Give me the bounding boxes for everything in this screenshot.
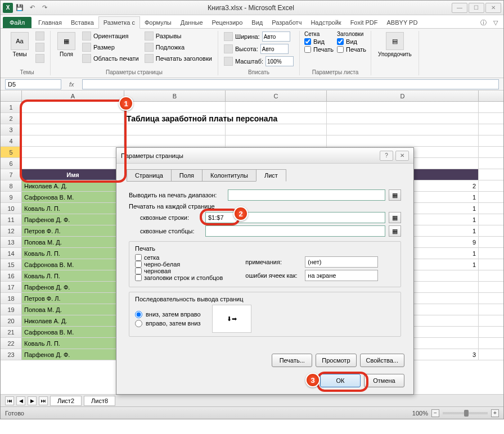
tab-abbyy[interactable]: ABBYY PD bbox=[382, 17, 422, 28]
formula-input[interactable] bbox=[82, 79, 499, 89]
minimize-button[interactable]: — bbox=[452, 3, 467, 13]
cell[interactable] bbox=[22, 158, 124, 169]
tab-page-layout[interactable]: Разметка с bbox=[98, 16, 140, 29]
cell[interactable]: Коваль Л. П. bbox=[22, 203, 124, 214]
preview-button[interactable]: Просмотр bbox=[316, 354, 356, 367]
dlg-tab-page[interactable]: Страница bbox=[127, 169, 172, 182]
cell[interactable] bbox=[22, 102, 124, 112]
tab-insert[interactable]: Вставка bbox=[66, 17, 98, 28]
cell[interactable] bbox=[327, 113, 479, 124]
row-header[interactable]: 2 bbox=[1, 113, 22, 124]
cell[interactable]: Николаев А. Д. bbox=[22, 180, 124, 191]
ref-select-button[interactable]: ▦ bbox=[389, 189, 401, 201]
headings-check[interactable]: заголовки строк и столбцов bbox=[135, 274, 223, 281]
row-header[interactable]: 10 bbox=[1, 203, 22, 214]
gridlines-print-check[interactable]: Печать bbox=[304, 46, 334, 53]
row-header[interactable]: 14 bbox=[1, 248, 22, 259]
row-header[interactable]: 12 bbox=[1, 225, 22, 236]
grid-check[interactable]: сетка bbox=[135, 254, 223, 261]
cell[interactable]: Сафронова В. М. bbox=[22, 259, 124, 270]
select-all-corner[interactable] bbox=[1, 91, 22, 101]
cell[interactable] bbox=[226, 113, 327, 124]
row-header[interactable]: 18 bbox=[1, 293, 22, 304]
row-header[interactable]: 20 bbox=[1, 315, 22, 326]
dlg-tab-headers[interactable]: Колонтитулы bbox=[202, 169, 256, 182]
zoom-in-button[interactable]: + bbox=[491, 409, 499, 417]
row-header[interactable]: 21 bbox=[1, 327, 22, 337]
close-button[interactable]: ✕ bbox=[485, 3, 501, 13]
tab-review[interactable]: Рецензиро bbox=[208, 17, 248, 28]
rows-input[interactable] bbox=[205, 212, 385, 223]
sheet-tab[interactable]: Лист2 bbox=[50, 396, 82, 406]
cell[interactable]: Коваль Л. П. bbox=[22, 338, 124, 349]
cell[interactable]: Коваль Л. П. bbox=[22, 270, 124, 281]
print-titles-button[interactable]: Печатать заголовки bbox=[143, 53, 213, 64]
scale-combo[interactable] bbox=[266, 56, 294, 66]
row-header[interactable]: 4 bbox=[1, 135, 22, 146]
sheet-tab[interactable]: Лист8 bbox=[84, 396, 115, 406]
ref-select-button[interactable]: ▦ bbox=[389, 225, 401, 237]
row-header[interactable]: 1 bbox=[1, 102, 22, 112]
row-header[interactable]: 9 bbox=[1, 192, 22, 202]
row-header[interactable]: 13 bbox=[1, 237, 22, 247]
breaks-button[interactable]: Разрывы bbox=[143, 31, 213, 41]
dlg-tab-sheet[interactable]: Лист bbox=[256, 169, 286, 182]
cell[interactable] bbox=[226, 135, 327, 146]
row-header[interactable]: 6 bbox=[1, 158, 22, 169]
cell[interactable]: Парфенов Д. Ф. bbox=[22, 282, 124, 292]
row-header[interactable]: 15 bbox=[1, 259, 22, 270]
cell[interactable]: Имя bbox=[22, 169, 124, 180]
tab-nav-first[interactable]: ⏮ bbox=[5, 396, 14, 405]
cell[interactable] bbox=[327, 124, 479, 135]
draft-check[interactable]: черновая bbox=[135, 268, 223, 274]
ribbon-minimize-icon[interactable]: ▽ bbox=[490, 17, 501, 28]
qat-undo-icon[interactable]: ↶ bbox=[26, 2, 38, 13]
tab-nav-next[interactable]: ▶ bbox=[28, 396, 37, 405]
margins-button[interactable]: ▦Поля bbox=[55, 31, 78, 58]
cell[interactable] bbox=[124, 124, 226, 135]
cell[interactable]: Парфенов Д. Ф. bbox=[22, 214, 124, 225]
comments-combo[interactable] bbox=[305, 256, 378, 268]
zoom-out-button[interactable]: − bbox=[431, 409, 439, 417]
row-header[interactable]: 5 bbox=[1, 147, 22, 157]
name-box[interactable]: D5 bbox=[5, 79, 61, 89]
cell[interactable] bbox=[22, 124, 124, 135]
cell[interactable] bbox=[124, 102, 226, 112]
tab-addins[interactable]: Надстройк bbox=[306, 17, 345, 28]
row-header[interactable]: 16 bbox=[1, 270, 22, 281]
cols-input[interactable] bbox=[205, 225, 385, 237]
ribbon-help-icon[interactable]: ⓘ bbox=[478, 17, 489, 28]
cell[interactable]: Попова М. Д. bbox=[22, 237, 124, 247]
bw-check[interactable]: черно-белая bbox=[135, 261, 223, 268]
dialog-help-button[interactable]: ? bbox=[380, 151, 393, 161]
row-header[interactable]: 19 bbox=[1, 304, 22, 315]
file-tab[interactable]: Файл bbox=[3, 17, 32, 28]
row-header[interactable]: 3 bbox=[1, 124, 22, 135]
cell[interactable] bbox=[22, 113, 124, 124]
zoom-slider[interactable] bbox=[443, 412, 488, 414]
errors-combo[interactable] bbox=[305, 270, 378, 281]
row-header[interactable]: 23 bbox=[1, 349, 22, 360]
row-header[interactable]: 11 bbox=[1, 214, 22, 225]
print-range-input[interactable] bbox=[228, 189, 385, 201]
cell[interactable] bbox=[124, 135, 226, 146]
height-combo[interactable] bbox=[260, 44, 289, 54]
theme-effects[interactable] bbox=[34, 53, 46, 64]
headings-print-check[interactable]: Печать bbox=[337, 46, 366, 53]
tab-data[interactable]: Данные bbox=[176, 17, 208, 28]
ok-button[interactable]: ОК bbox=[320, 374, 361, 387]
cell[interactable] bbox=[22, 147, 124, 157]
cell[interactable]: Сафронова В. М. bbox=[22, 192, 124, 202]
row-header[interactable]: 7 bbox=[1, 169, 22, 180]
dlg-tab-margins[interactable]: Поля bbox=[171, 169, 202, 182]
cell[interactable]: Сафронова В. М. bbox=[22, 327, 124, 337]
print-button[interactable]: Печать... bbox=[272, 354, 312, 367]
width-combo[interactable] bbox=[262, 31, 290, 42]
tab-formulas[interactable]: Формулы bbox=[140, 17, 176, 28]
cell[interactable]: Николаев А. Д. bbox=[22, 315, 124, 326]
dialog-close-button[interactable]: ✕ bbox=[395, 151, 409, 161]
properties-button[interactable]: Свойства... bbox=[360, 354, 404, 367]
cell[interactable] bbox=[327, 102, 479, 112]
qat-redo-icon[interactable]: ↷ bbox=[39, 2, 50, 13]
cell[interactable] bbox=[327, 135, 479, 146]
